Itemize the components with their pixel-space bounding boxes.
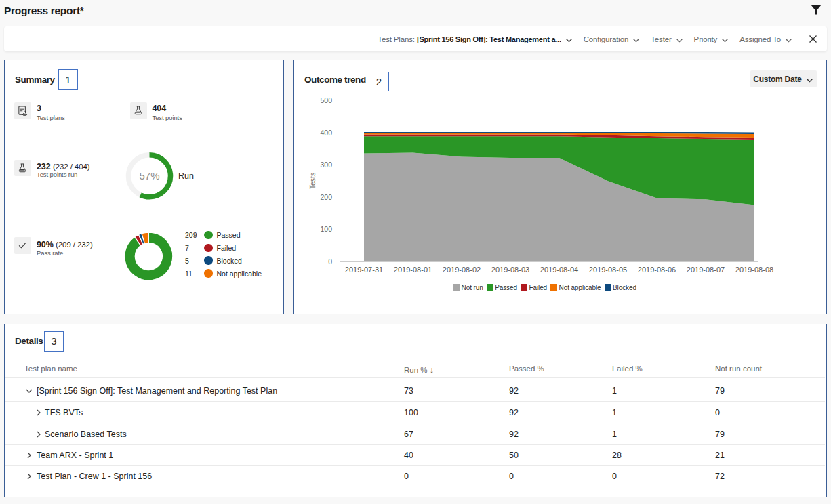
- svg-text:0: 0: [328, 257, 332, 266]
- svg-text:Run: Run: [178, 171, 194, 181]
- svg-text:100: 100: [320, 225, 332, 233]
- svg-text:2019-08-04: 2019-08-04: [540, 266, 578, 274]
- svg-text:400: 400: [320, 129, 332, 137]
- svg-text:2019-08-03: 2019-08-03: [491, 266, 529, 274]
- svg-text:2019-08-08: 2019-08-08: [735, 266, 773, 274]
- svg-text:300: 300: [320, 161, 332, 169]
- svg-text:2019-08-06: 2019-08-06: [638, 266, 676, 274]
- svg-text:2019-08-02: 2019-08-02: [443, 266, 481, 274]
- svg-text:500: 500: [320, 96, 332, 104]
- svg-text:2019-08-05: 2019-08-05: [589, 266, 627, 274]
- svg-text:200: 200: [320, 193, 332, 201]
- svg-text:57%: 57%: [139, 170, 159, 182]
- svg-text:2019-08-07: 2019-08-07: [687, 266, 725, 274]
- svg-text:2019-07-31: 2019-07-31: [345, 266, 383, 274]
- svg-text:2019-08-01: 2019-08-01: [394, 266, 432, 274]
- svg-text:Tests: Tests: [308, 173, 317, 190]
